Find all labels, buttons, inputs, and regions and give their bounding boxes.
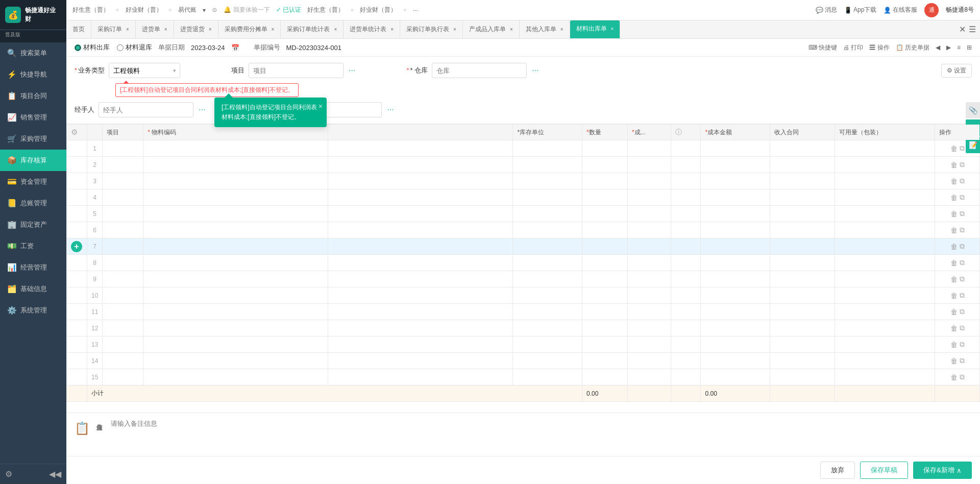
row-available-10[interactable] <box>835 287 935 304</box>
row-delete-btn-5[interactable]: 🗑 <box>950 209 958 218</box>
row-cost-amount-2[interactable] <box>701 157 770 173</box>
row-code-1[interactable] <box>143 140 328 157</box>
row-qty-6[interactable] <box>582 222 628 238</box>
row-cost-amount-13[interactable] <box>701 336 770 353</box>
row-cost-11[interactable] <box>628 304 671 320</box>
row-qty-10[interactable] <box>582 287 628 304</box>
row-cost-1[interactable] <box>628 140 671 157</box>
row-delete-btn-4[interactable]: 🗑 <box>950 193 958 202</box>
nav-good-finance2[interactable]: 好业财（普） <box>360 6 397 14</box>
sidebar-item-funds[interactable]: 💳资金管理 <box>0 171 66 192</box>
row-qty-14[interactable] <box>582 353 628 369</box>
row-name-input-7[interactable] <box>332 243 508 250</box>
row-available-8[interactable] <box>835 255 935 271</box>
row-code-10[interactable] <box>143 287 328 304</box>
sidebar-item-search[interactable]: 🔍搜索菜单 <box>0 42 66 64</box>
sidebar-item-shortcut[interactable]: ⚡快捷导航 <box>0 64 66 85</box>
row-name-12[interactable] <box>328 320 513 336</box>
settings-bottom-icon[interactable]: ⚙ <box>5 469 12 479</box>
tab-close-purchase-order[interactable]: × <box>126 27 129 32</box>
row-cost-15[interactable] <box>628 369 671 385</box>
abandon-button[interactable]: 放弃 <box>820 462 855 479</box>
info-icon[interactable]: ⓘ <box>675 128 682 136</box>
row-copy-btn-11[interactable]: ⧉ <box>960 307 965 316</box>
tab-close-all[interactable]: ✕ <box>959 25 966 34</box>
row-cost-amount-7[interactable] <box>701 238 770 255</box>
row-income-contract-4[interactable] <box>770 189 835 206</box>
row-qty-2[interactable] <box>582 157 628 173</box>
nav-agent[interactable]: 易代账 <box>178 6 197 14</box>
row-copy-btn-15[interactable]: ⧉ <box>960 373 965 381</box>
row-income-contract-2[interactable] <box>770 157 835 173</box>
row-cost-4[interactable] <box>628 189 671 206</box>
row-name-4[interactable] <box>328 189 513 206</box>
row-cost-6[interactable] <box>628 222 671 238</box>
row-project-5[interactable] <box>103 206 143 222</box>
tab-close-inbound-stats[interactable]: × <box>390 27 394 32</box>
row-delete-btn-9[interactable]: 🗑 <box>950 275 958 283</box>
row-cost-amount-15[interactable] <box>701 369 770 385</box>
row-project-12[interactable] <box>103 320 143 336</box>
warehouse-input[interactable] <box>432 63 527 78</box>
row-income-contract-7[interactable] <box>770 238 835 255</box>
row-cost-13[interactable] <box>628 336 671 353</box>
nav-experience[interactable]: 🔔 我要体验一下 <box>224 6 270 14</box>
row-income-contract-15[interactable] <box>770 369 835 385</box>
row-qty-3[interactable] <box>582 173 628 189</box>
row-qty-8[interactable] <box>582 255 628 271</box>
row-income-contract-10[interactable] <box>770 287 835 304</box>
row-available-7[interactable] <box>835 238 935 255</box>
row-project-2[interactable] <box>103 157 143 173</box>
row-delete-btn-2[interactable]: 🗑 <box>950 160 958 169</box>
row-cost-12[interactable] <box>628 320 671 336</box>
row-project-6[interactable] <box>103 222 143 238</box>
sidebar-item-inventory[interactable]: 📦库存核算 <box>0 150 66 171</box>
nav-dropdown-arrow[interactable]: ▾ <box>203 7 206 14</box>
row-income-contract-6[interactable] <box>770 222 835 238</box>
row-name-10[interactable] <box>328 287 513 304</box>
row-copy-btn-9[interactable]: ⧉ <box>960 275 965 283</box>
tab-close-finished-goods[interactable]: × <box>510 27 513 32</box>
prev-doc-btn[interactable]: ◀ <box>936 44 940 51</box>
sidebar-item-salary[interactable]: 💵工资 <box>0 235 66 257</box>
row-copy-btn-2[interactable]: ⧉ <box>960 160 965 169</box>
row-available-12[interactable] <box>835 320 935 336</box>
row-available-13[interactable] <box>835 336 935 353</box>
row-code-7[interactable] <box>143 238 328 255</box>
nav-good-biz[interactable]: 好生意（普） <box>72 6 109 14</box>
row-cost-2[interactable] <box>628 157 671 173</box>
row-unit-7[interactable] <box>513 238 582 255</box>
row-unit-2[interactable] <box>513 157 582 173</box>
row-cost-amount-6[interactable] <box>701 222 770 238</box>
online-service-button[interactable]: 👤 在线客服 <box>884 6 917 14</box>
row-copy-btn-8[interactable]: ⧉ <box>960 258 965 267</box>
sidebar-item-project[interactable]: 📋项目合同 <box>0 85 66 107</box>
row-cost-14[interactable] <box>628 353 671 369</box>
nav-good-biz2[interactable]: 好生意（普） <box>307 6 344 14</box>
row-project-1[interactable] <box>103 140 143 157</box>
row-code-8[interactable] <box>143 255 328 271</box>
row-available-2[interactable] <box>835 157 935 173</box>
row-cost-5[interactable] <box>628 206 671 222</box>
nav-good-finance[interactable]: 好业财（普） <box>126 6 162 14</box>
row-income-contract-12[interactable] <box>770 320 835 336</box>
row-income-contract-11[interactable] <box>770 304 835 320</box>
calendar-icon[interactable]: 📅 <box>231 44 239 52</box>
add-row-button[interactable]: + <box>71 241 82 252</box>
row-copy-btn-7[interactable]: ⧉ <box>960 242 965 251</box>
row-delete-btn-12[interactable]: 🗑 <box>950 324 958 332</box>
row-income-contract-13[interactable] <box>770 336 835 353</box>
handler-input[interactable] <box>99 102 193 117</box>
radio-material-return[interactable]: 材料退库 <box>117 43 152 52</box>
tab-close-material-out[interactable]: × <box>611 26 614 32</box>
row-available-3[interactable] <box>835 173 935 189</box>
row-cost-amount-3[interactable] <box>701 173 770 189</box>
tab-close-purchase-stats[interactable]: × <box>334 27 337 32</box>
row-unit-15[interactable] <box>513 369 582 385</box>
tab-purchase-exec[interactable]: 采购订单执行表 × <box>400 20 463 39</box>
row-name-9[interactable] <box>328 271 513 287</box>
tab-menu[interactable]: ☰ <box>969 25 976 34</box>
row-name-7[interactable] <box>328 238 513 255</box>
row-delete-btn-7[interactable]: 🗑 <box>950 242 958 251</box>
row-code-4[interactable] <box>143 189 328 206</box>
